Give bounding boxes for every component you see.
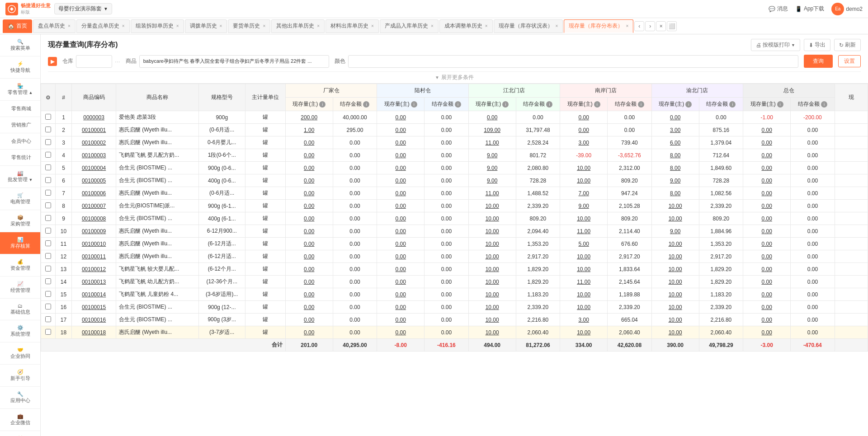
row-wh5-qty[interactable]: 8.00	[651, 187, 699, 200]
row-wh2-qty[interactable]: 0.00	[377, 136, 425, 149]
row-wh2-qty[interactable]: 0.00	[377, 326, 425, 339]
row-wh2-qty[interactable]: 0.00	[377, 149, 425, 162]
org-selector[interactable]: 母婴行业演示陈套 ▼	[54, 3, 112, 14]
row-checkbox[interactable]	[45, 316, 51, 322]
row-wh5-qty[interactable]: 8.00	[651, 162, 699, 174]
expand-icon[interactable]: ▶	[48, 57, 57, 66]
row-settings[interactable]	[41, 187, 56, 200]
row-code[interactable]: 00100007	[72, 200, 116, 212]
row-tot-qty[interactable]: 0.00	[743, 301, 791, 314]
row-wh1-qty[interactable]: 0.00	[285, 212, 333, 225]
row-wh4-qty[interactable]: 10.00	[560, 212, 608, 225]
tab-assemble[interactable]: 组装拆卸单历史 ×	[131, 19, 184, 33]
sidebar-item-retail[interactable]: 🏪 零售管理 ▲	[0, 79, 40, 101]
row-wh4-qty[interactable]: 11.00	[560, 276, 608, 288]
row-code[interactable]: 0000003	[72, 111, 116, 124]
row-checkbox[interactable]	[45, 114, 51, 120]
row-checkbox[interactable]	[45, 202, 51, 208]
tab-cost-adjust[interactable]: 成本调整单历史 ×	[439, 19, 493, 33]
row-wh4-qty[interactable]: 5.00	[560, 238, 608, 250]
setting-btn[interactable]: 设置	[838, 55, 861, 67]
sidebar-item-wecom[interactable]: 💼 企业微信	[0, 409, 40, 431]
row-wh4-qty[interactable]: 10.00	[560, 250, 608, 263]
row-wh1-qty[interactable]: 0.00	[285, 174, 333, 187]
tab-close-product-in[interactable]: ×	[431, 23, 434, 28]
message-btn[interactable]: 💬 消息	[769, 5, 788, 13]
row-wh5-qty[interactable]: 9.00	[651, 225, 699, 238]
row-wh2-qty[interactable]: 0.00	[377, 124, 425, 136]
row-tot-qty[interactable]: 0.00	[743, 225, 791, 238]
color-input[interactable]	[348, 55, 798, 68]
row-wh3-qty[interactable]: 10.00	[468, 200, 516, 212]
row-wh5-qty[interactable]: 10.00	[651, 288, 699, 301]
refresh-btn[interactable]: ↻ 刷新	[834, 39, 861, 51]
row-code[interactable]: 00100013	[72, 276, 116, 288]
row-settings[interactable]	[41, 174, 56, 187]
sidebar-item-basic[interactable]: 🗂 基础信息	[0, 299, 40, 320]
wh5-qty-info-icon[interactable]: i	[685, 101, 692, 108]
tab-product-in[interactable]: 产成品入库单历史 ×	[380, 19, 439, 33]
sidebar-item-search[interactable]: 🔍 搜索英单	[0, 34, 40, 56]
row-wh2-qty[interactable]: 0.00	[377, 212, 425, 225]
row-wh5-qty[interactable]: 9.00	[651, 174, 699, 187]
expand-toggle[interactable]: ▶	[48, 57, 57, 66]
row-wh4-qty[interactable]: 10.00	[560, 162, 608, 174]
row-wh3-qty[interactable]: 10.00	[468, 301, 516, 314]
row-wh2-qty[interactable]: 0.00	[377, 162, 425, 174]
sidebar-item-nav[interactable]: ⚡ 快捷导航	[0, 56, 40, 79]
row-wh4-qty[interactable]: 0.00	[560, 124, 608, 136]
row-settings[interactable]	[41, 111, 56, 124]
row-wh4-qty[interactable]: 10.00	[560, 301, 608, 314]
tab-close-material-out[interactable]: ×	[371, 23, 374, 28]
row-wh1-qty[interactable]: 0.00	[285, 250, 333, 263]
row-code[interactable]: 00100006	[72, 187, 116, 200]
wh2-qty-info-icon[interactable]: i	[411, 101, 417, 108]
row-code[interactable]: 00100004	[72, 162, 116, 174]
row-wh2-qty[interactable]: 0.00	[377, 276, 425, 288]
row-tot-qty[interactable]: 0.00	[743, 200, 791, 212]
row-wh4-qty[interactable]: 11.00	[560, 225, 608, 238]
row-wh3-qty[interactable]: 10.00	[468, 326, 516, 339]
row-settings[interactable]	[41, 200, 56, 212]
row-wh4-qty[interactable]: 10.00	[560, 326, 608, 339]
sidebar-item-marketing[interactable]: 营销推广	[0, 117, 40, 133]
row-tot-qty[interactable]: 0.00	[743, 238, 791, 250]
row-checkbox[interactable]	[45, 127, 51, 132]
row-wh1-qty[interactable]: 0.00	[285, 263, 333, 276]
tab-close-requisition[interactable]: ×	[263, 23, 265, 28]
row-wh4-qty[interactable]: 3.00	[560, 314, 608, 326]
user-area[interactable]: Ea demo2	[831, 3, 863, 15]
settings-icon[interactable]: ⚙	[46, 94, 51, 101]
row-wh5-qty[interactable]: 10.00	[651, 263, 699, 276]
row-wh3-qty[interactable]: 10.00	[468, 276, 516, 288]
row-checkbox[interactable]	[45, 164, 51, 170]
row-wh1-qty[interactable]: 0.00	[285, 276, 333, 288]
row-settings[interactable]	[41, 301, 56, 314]
app-download-btn[interactable]: 📱 App下载	[795, 5, 824, 13]
row-wh4-qty[interactable]: 10.00	[560, 263, 608, 276]
row-wh1-qty[interactable]: 0.00	[285, 187, 333, 200]
tab-material-out[interactable]: 材料出库单历史 ×	[326, 19, 379, 33]
row-code[interactable]: 00100016	[72, 314, 116, 326]
row-wh5-qty[interactable]: 10.00	[651, 326, 699, 339]
row-wh2-qty[interactable]: 0.00	[377, 225, 425, 238]
row-wh2-qty[interactable]: 0.00	[377, 314, 425, 326]
row-wh5-qty[interactable]: 8.00	[651, 149, 699, 162]
wh2-amt-info-icon[interactable]: i	[455, 101, 461, 108]
row-wh3-qty[interactable]: 10.00	[468, 212, 516, 225]
tab-close-inventory-count[interactable]: ×	[68, 23, 71, 28]
row-code[interactable]: 00100014	[72, 288, 116, 301]
row-checkbox[interactable]	[45, 152, 51, 158]
row-wh1-qty[interactable]: 0.00	[285, 301, 333, 314]
sidebar-item-inventory[interactable]: 📊 库存核算	[0, 232, 40, 254]
tab-prev-btn[interactable]: ‹	[634, 21, 644, 31]
expand-more-btn[interactable]: ▼ 展开更多条件	[48, 71, 861, 83]
row-code[interactable]: 00100008	[72, 212, 116, 225]
row-wh3-qty[interactable]: 11.00	[468, 136, 516, 149]
row-tot-qty[interactable]: 0.00	[743, 314, 791, 326]
row-code[interactable]: 00100011	[72, 250, 116, 263]
row-code[interactable]: 00100015	[72, 301, 116, 314]
row-wh2-qty[interactable]: 0.00	[377, 301, 425, 314]
sidebar-item-member[interactable]: 会员中心	[0, 133, 40, 150]
row-wh5-qty[interactable]: 10.00	[651, 314, 699, 326]
